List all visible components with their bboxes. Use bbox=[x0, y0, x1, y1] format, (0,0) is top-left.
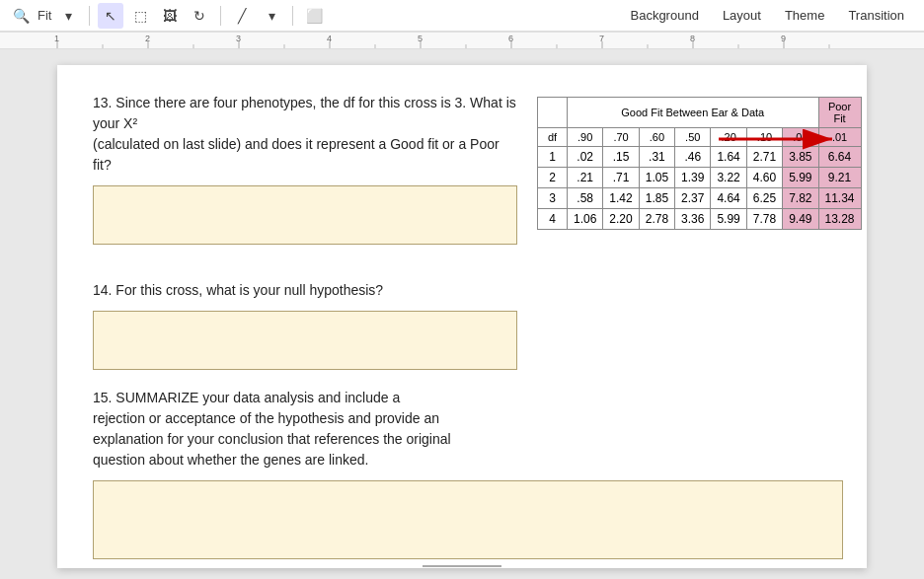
image-icon[interactable]: 🖼 bbox=[157, 3, 183, 29]
cell: 7.78 bbox=[746, 209, 782, 230]
svg-text:2: 2 bbox=[145, 34, 150, 43]
shapes-icon[interactable]: ⬜ bbox=[301, 3, 327, 29]
cell: 2.20 bbox=[603, 209, 639, 230]
cell: 4 bbox=[538, 209, 568, 230]
q14-body: For this cross, what is your null hypoth… bbox=[112, 282, 383, 298]
col-df-header bbox=[538, 98, 568, 128]
svg-text:6: 6 bbox=[508, 34, 513, 43]
q13-row: 13. Since there are four phenotypes, the… bbox=[93, 93, 831, 262]
q15-number: 15. bbox=[93, 390, 112, 405]
cell: 1.06 bbox=[568, 209, 603, 230]
page-divider bbox=[423, 565, 501, 567]
table-row: 2 .21 .71 1.05 1.39 3.22 4.60 5.99 9.21 bbox=[538, 168, 862, 188]
svg-text:8: 8 bbox=[690, 34, 695, 43]
q14-text: 14. For this cross, what is your null hy… bbox=[93, 280, 831, 301]
cell: 9.49 bbox=[783, 209, 818, 230]
cell: 11.34 bbox=[818, 188, 861, 209]
cell: 1.42 bbox=[603, 188, 639, 209]
q13-text: 13. Since there are four phenotypes, the… bbox=[93, 93, 517, 176]
divider-3 bbox=[292, 6, 293, 26]
select-arrow-icon[interactable]: ↖ bbox=[98, 3, 123, 29]
cell: 2.78 bbox=[639, 209, 674, 230]
q15-answer-box[interactable] bbox=[93, 480, 843, 559]
cell: 2 bbox=[538, 168, 568, 188]
cell: .46 bbox=[675, 147, 711, 168]
q15-section: 15. SUMMARIZE your data analysis and inc… bbox=[93, 388, 831, 559]
table-row: 4 1.06 2.20 2.78 3.36 5.99 7.78 9.49 13.… bbox=[538, 209, 862, 230]
q14-number: 14. bbox=[93, 282, 112, 298]
q14-answer-box[interactable] bbox=[93, 311, 517, 370]
toolbar: 🔍 Fit ▾ ↖ ⬚ 🖼 ↻ ╱ ▾ ⬜ Background Layout … bbox=[0, 0, 924, 32]
cell: 1.39 bbox=[675, 168, 711, 188]
cell: 4.60 bbox=[746, 168, 782, 188]
col-90: .90 bbox=[568, 128, 603, 147]
svg-text:3: 3 bbox=[236, 34, 241, 43]
cell: .21 bbox=[568, 168, 603, 188]
svg-text:5: 5 bbox=[418, 34, 423, 43]
slide-bottom bbox=[93, 559, 831, 567]
toolbar-nav: Background Layout Theme Transition bbox=[618, 4, 916, 27]
svg-text:1: 1 bbox=[54, 34, 59, 43]
cell: 3 bbox=[538, 188, 568, 209]
red-arrow-icon bbox=[719, 119, 847, 159]
cell: .31 bbox=[639, 147, 674, 168]
ruler-svg: // Draw ruler ticks inline via SVG 1 2 3… bbox=[0, 32, 924, 49]
cell: 1.85 bbox=[639, 188, 674, 209]
q13-left: 13. Since there are four phenotypes, the… bbox=[93, 93, 517, 262]
cell: 3.36 bbox=[675, 209, 711, 230]
cell: .71 bbox=[603, 168, 639, 188]
q14-section: 14. For this cross, what is your null hy… bbox=[93, 280, 831, 370]
q13-answer-box[interactable] bbox=[93, 185, 517, 245]
svg-text:7: 7 bbox=[599, 34, 604, 43]
zoom-dropdown-icon[interactable]: ▾ bbox=[55, 3, 81, 29]
divider-1 bbox=[89, 6, 90, 26]
col-60: .60 bbox=[639, 128, 674, 147]
line-icon[interactable]: ╱ bbox=[229, 3, 255, 29]
cell: 3.22 bbox=[711, 168, 746, 188]
nav-theme[interactable]: Theme bbox=[773, 4, 836, 27]
nav-layout[interactable]: Layout bbox=[711, 4, 773, 27]
cell: 7.82 bbox=[783, 188, 818, 209]
cell: 6.25 bbox=[746, 188, 782, 209]
cell: 1 bbox=[538, 147, 568, 168]
cell: 5.99 bbox=[783, 168, 818, 188]
cell: 1.05 bbox=[639, 168, 674, 188]
line-dropdown-icon[interactable]: ▾ bbox=[259, 3, 284, 29]
svg-text:4: 4 bbox=[327, 34, 332, 43]
chi-table-container: Good Fit Between Ear & Data Poor Fit df … bbox=[537, 93, 862, 230]
col-50: .50 bbox=[675, 128, 711, 147]
cell: 5.99 bbox=[711, 209, 746, 230]
table-row: 3 .58 1.42 1.85 2.37 4.64 6.25 7.82 11.3… bbox=[538, 188, 862, 209]
toolbar-left: 🔍 Fit ▾ ↖ ⬚ 🖼 ↻ ╱ ▾ ⬜ bbox=[8, 3, 606, 29]
chi-square-table: Good Fit Between Ear & Data Poor Fit df … bbox=[537, 97, 862, 230]
divider-2 bbox=[220, 6, 221, 26]
q15-text: 15. SUMMARIZE your data analysis and inc… bbox=[93, 388, 831, 470]
ruler: // Draw ruler ticks inline via SVG 1 2 3… bbox=[0, 32, 924, 49]
svg-text:9: 9 bbox=[781, 34, 786, 43]
nav-transition[interactable]: Transition bbox=[836, 4, 916, 27]
cell: 9.21 bbox=[818, 168, 861, 188]
cell: 4.64 bbox=[711, 188, 746, 209]
slide: 13. Since there are four phenotypes, the… bbox=[57, 65, 867, 568]
search-icon[interactable]: 🔍 bbox=[8, 3, 34, 29]
cell: 2.37 bbox=[675, 188, 711, 209]
q15-body: SUMMARIZE your data analysis and include… bbox=[93, 390, 451, 468]
cell: .15 bbox=[603, 147, 639, 168]
q13-what-is: What is your bbox=[93, 95, 516, 131]
q13-body: Since there are four phenotypes, the df … bbox=[93, 95, 516, 173]
col-df: df bbox=[538, 128, 568, 147]
rotate-icon[interactable]: ↻ bbox=[187, 3, 212, 29]
col-70: .70 bbox=[603, 128, 639, 147]
nav-background[interactable]: Background bbox=[618, 4, 710, 27]
q13-number: 13. bbox=[93, 95, 112, 110]
chi-table-body: 1 .02 .15 .31 .46 1.64 2.71 3.85 6.64 2 bbox=[538, 147, 862, 230]
main-area: 13. Since there are four phenotypes, the… bbox=[0, 49, 924, 579]
select-box-icon[interactable]: ⬚ bbox=[127, 3, 153, 29]
zoom-label[interactable]: Fit bbox=[38, 8, 51, 23]
cell: .58 bbox=[568, 188, 603, 209]
cell: 13.28 bbox=[818, 209, 861, 230]
cell: .02 bbox=[568, 147, 603, 168]
